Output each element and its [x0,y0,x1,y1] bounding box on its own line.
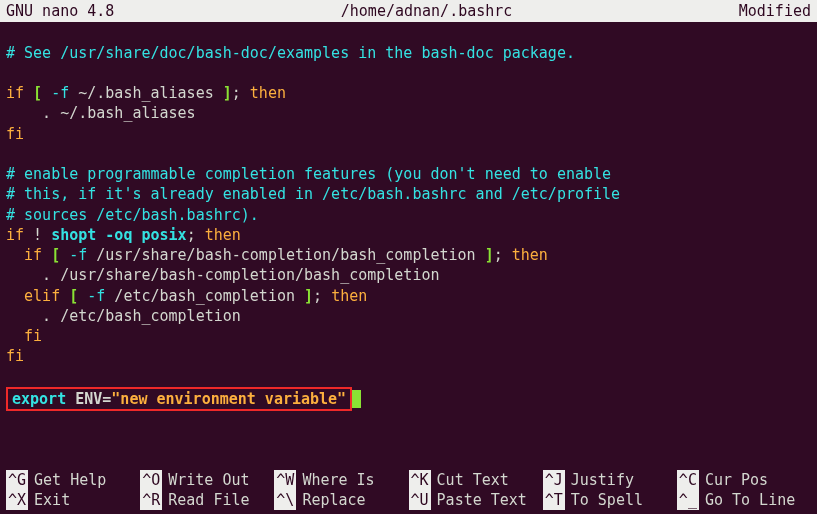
app-name: GNU nano 4.8 [6,1,114,21]
code-line: if [6,246,42,264]
shortcut-to-spell[interactable]: ^TTo Spell [543,490,677,510]
code-line: if [6,226,24,244]
code-line: if [6,84,24,102]
shortcut-exit[interactable]: ^XExit [6,490,140,510]
shortcut-paste-text[interactable]: ^UPaste Text [409,490,543,510]
code-line: # enable programmable completion feature… [6,165,611,183]
code-line: . /usr/share/bash-completion/bash_comple… [6,266,439,284]
shortcut-bar: ^GGet Help ^OWrite Out ^WWhere Is ^KCut … [0,470,817,511]
code-line: . ~/.bash_aliases [6,104,196,122]
shortcut-justify[interactable]: ^JJustify [543,470,677,490]
cursor [352,390,361,408]
code-line: # this, if it's already enabled in /etc/… [6,185,620,203]
shortcut-write-out[interactable]: ^OWrite Out [140,470,274,490]
editor-area[interactable]: # See /usr/share/doc/bash-doc/examples i… [0,22,817,411]
shortcut-go-to-line[interactable]: ^_Go To Line [677,490,811,510]
modified-status: Modified [739,1,811,21]
shortcut-row: ^XExit ^RRead File ^\Replace ^UPaste Tex… [6,490,811,510]
shortcut-cut-text[interactable]: ^KCut Text [409,470,543,490]
shortcut-row: ^GGet Help ^OWrite Out ^WWhere Is ^KCut … [6,470,811,490]
code-line: fi [6,327,42,345]
code-line: fi [6,125,24,143]
shortcut-cur-pos[interactable]: ^CCur Pos [677,470,811,490]
shortcut-where-is[interactable]: ^WWhere Is [274,470,408,490]
shortcut-replace[interactable]: ^\Replace [274,490,408,510]
code-line: # See /usr/share/doc/bash-doc/examples i… [6,44,575,62]
file-path: /home/adnan/.bashrc [114,1,738,21]
highlighted-export-line: export ENV="new environment variable" [6,387,352,411]
shortcut-read-file[interactable]: ^RRead File [140,490,274,510]
code-line: elif [6,287,60,305]
code-line: . /etc/bash_completion [6,307,241,325]
code-line: # sources /etc/bash.bashrc). [6,206,259,224]
code-line: fi [6,347,24,365]
titlebar: GNU nano 4.8 /home/adnan/.bashrc Modifie… [0,0,817,22]
shortcut-get-help[interactable]: ^GGet Help [6,470,140,490]
